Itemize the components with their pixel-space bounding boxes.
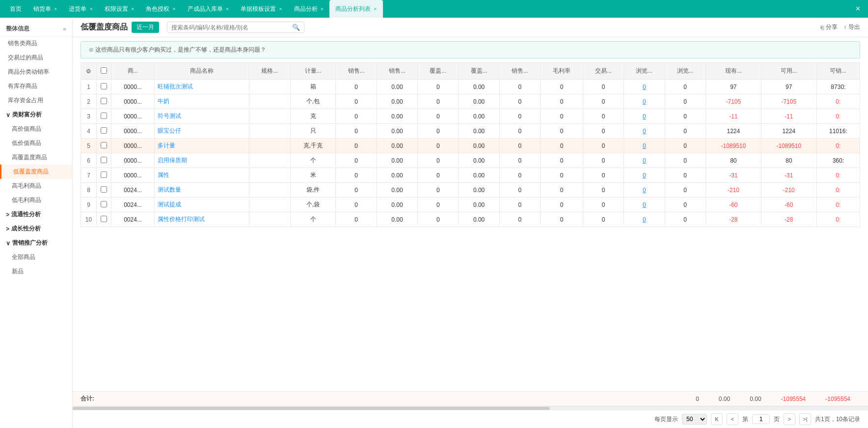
row-sellable: 0: [816, 168, 860, 183]
row-checkbox[interactable] [101, 216, 107, 222]
nav-finished-goods-close[interactable]: × [226, 6, 229, 12]
row-name[interactable]: 符号测试 [155, 109, 249, 124]
row-checkbox-cell[interactable] [97, 198, 111, 212]
row-name[interactable]: 属性价格打印测试 [155, 212, 249, 227]
row-name[interactable]: 启用保质期 [155, 153, 249, 168]
sidebar-collapse-btn[interactable]: « [63, 26, 66, 32]
row-name[interactable]: 多计量 [155, 139, 249, 153]
row-checkbox-cell[interactable] [97, 80, 111, 94]
sidebar-group-growth[interactable]: >成长性分析 [0, 222, 72, 236]
th-checkbox[interactable] [97, 63, 111, 80]
select-all-checkbox[interactable] [101, 67, 107, 74]
nav-product-analysis[interactable]: 商品分析 × [288, 0, 329, 18]
row-name[interactable]: 眼宝公仔 [155, 124, 249, 139]
sidebar-item-sales-goods[interactable]: 销售类商品 [0, 36, 72, 51]
nav-finished-goods[interactable]: 产成品入库单 × [182, 0, 235, 18]
sidebar-item-category-rate[interactable]: 商品分类动销率 [0, 65, 72, 79]
search-input[interactable] [171, 24, 292, 31]
sidebar-group-wealth[interactable]: ∨类财富分析 [0, 108, 72, 122]
sidebar-item-high-profit[interactable]: 高毛利商品 [0, 179, 72, 193]
row-name[interactable]: 属性 [155, 168, 249, 183]
row-browse1[interactable]: 0 [624, 153, 665, 168]
row-name[interactable]: 测试数量 [155, 183, 249, 198]
nav-role-auth[interactable]: 角色授权 × [140, 0, 181, 18]
export-button[interactable]: ↑ 导出 [843, 23, 860, 31]
sidebar-item-traded-goods[interactable]: 交易过的商品 [0, 51, 72, 65]
row-checkbox[interactable] [101, 171, 107, 178]
nav-product-analysis-list-close[interactable]: × [374, 6, 377, 12]
row-checkbox[interactable] [101, 201, 107, 207]
prev-page-button[interactable]: < [727, 413, 738, 425]
sidebar-item-high-coverage[interactable]: 高覆盖度商品 [0, 150, 72, 165]
first-page-button[interactable]: K [711, 413, 723, 425]
sidebar-item-new-goods[interactable]: 新品 [0, 264, 72, 279]
per-page-select[interactable]: 50 100 200 [682, 414, 707, 425]
row-checkbox-cell[interactable] [97, 153, 111, 168]
row-name[interactable]: 旺辅批次测试 [155, 80, 249, 94]
sidebar-item-all-goods[interactable]: 全部商品 [0, 250, 72, 264]
nav-template-settings-close[interactable]: × [279, 6, 282, 12]
nav-home[interactable]: 首页 [4, 0, 27, 18]
row-name[interactable]: 测试提成 [155, 198, 249, 212]
nav-product-analysis-list[interactable]: 商品分析列表 × [329, 0, 382, 18]
nav-sales-order-close[interactable]: × [54, 6, 57, 12]
row-checkbox-cell[interactable] [97, 94, 111, 109]
row-checkbox[interactable] [101, 98, 107, 104]
row-checkbox[interactable] [101, 83, 107, 89]
row-checkbox[interactable] [101, 142, 107, 148]
row-browse1[interactable]: 0 [624, 139, 665, 153]
row-checkbox[interactable] [101, 127, 107, 134]
row-checkbox-cell[interactable] [97, 168, 111, 183]
sidebar-group-liquidity[interactable]: >流通性分析 [0, 207, 72, 222]
nav-permissions-close[interactable]: × [131, 6, 134, 12]
nav-template-settings[interactable]: 单据模板设置 × [235, 0, 288, 18]
nav-product-analysis-close[interactable]: × [321, 6, 324, 12]
row-checkbox-cell[interactable] [97, 139, 111, 153]
sidebar-item-low-value[interactable]: 低价值商品 [0, 136, 72, 150]
row-checkbox-cell[interactable] [97, 124, 111, 139]
share-button[interactable]: ⎗ 分享 [820, 23, 838, 31]
row-browse1[interactable]: 0 [624, 212, 665, 227]
row-checkbox-cell[interactable] [97, 109, 111, 124]
row-browse1[interactable]: 0 [624, 183, 665, 198]
sidebar-item-high-value[interactable]: 高价值商品 [0, 122, 72, 136]
row-browse1[interactable]: 0 [624, 94, 665, 109]
row-checkbox[interactable] [101, 113, 107, 119]
date-filter-button[interactable]: 近一月 [132, 22, 159, 33]
page-label: 第 [742, 415, 748, 424]
row-checkbox-cell[interactable] [97, 212, 111, 227]
nav-purchase-order[interactable]: 进货单 × [63, 0, 98, 18]
search-icon[interactable]: 🔍 [292, 24, 300, 31]
horizontal-scrollbar[interactable] [73, 406, 868, 410]
sidebar-item-in-stock[interactable]: 有库存商品 [0, 79, 72, 93]
row-sellable: 0: [816, 212, 860, 227]
row-browse1[interactable]: 0 [624, 168, 665, 183]
row-checkbox[interactable] [101, 157, 107, 163]
nav-close-all[interactable]: × [852, 4, 864, 13]
row-browse1[interactable]: 0 [624, 80, 665, 94]
sidebar-group-marketing[interactable]: ∨营销推广分析 [0, 236, 72, 250]
row-name[interactable]: 牛奶 [155, 94, 249, 109]
table-container[interactable]: ⚙ 商... 商品名称 规格... 计量... 销售... 销售... 覆盖..… [73, 62, 868, 391]
last-page-button[interactable]: >| [799, 413, 811, 425]
row-browse1[interactable]: 0 [624, 198, 665, 212]
row-browse1[interactable]: 0 [624, 124, 665, 139]
row-trade: 0 [583, 139, 624, 153]
row-checkbox-cell[interactable] [97, 183, 111, 198]
page-number-input[interactable] [752, 414, 770, 424]
sidebar-item-capital[interactable]: 库存资金占用 [0, 93, 72, 108]
row-code: 0000... [111, 109, 155, 124]
nav-role-auth-close[interactable]: × [172, 6, 175, 12]
sidebar-item-low-coverage[interactable]: 低覆盖度商品 [0, 165, 72, 179]
next-page-button[interactable]: > [784, 413, 795, 425]
nav-purchase-order-close[interactable]: × [89, 6, 92, 12]
sidebar-item-low-profit[interactable]: 低毛利商品 [0, 193, 72, 207]
nav-sales-order[interactable]: 销货单 × [27, 0, 63, 18]
row-browse1[interactable]: 0 [624, 109, 665, 124]
row-checkbox[interactable] [101, 186, 107, 193]
row-browse2: 0 [665, 109, 705, 124]
row-number: 8 [81, 183, 97, 198]
nav-permissions[interactable]: 权限设置 × [99, 0, 140, 18]
table-header-row: ⚙ 商... 商品名称 规格... 计量... 销售... 销售... 覆盖..… [81, 63, 860, 80]
th-settings[interactable]: ⚙ [81, 63, 97, 80]
